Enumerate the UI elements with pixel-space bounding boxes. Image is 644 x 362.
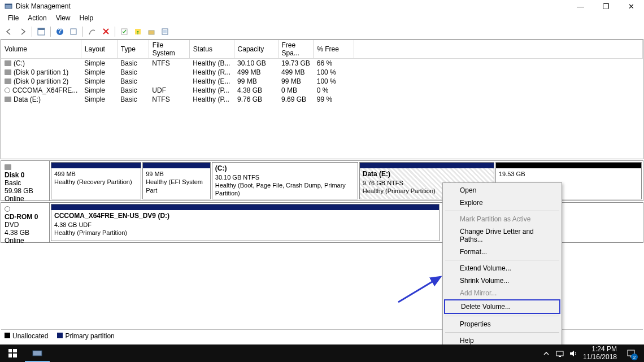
taskbar-app-diskmgmt[interactable]: [25, 344, 50, 362]
system-tray: 1:24 PM 11/16/2018 2: [542, 344, 644, 362]
toolbar-icon-2[interactable]: [68, 26, 79, 37]
notification-badge: 2: [631, 354, 638, 360]
window-title: Disk Management: [16, 2, 71, 10]
svg-rect-3: [38, 28, 45, 30]
context-menu-item: Mark Partition as Active: [444, 213, 560, 225]
col-capacity[interactable]: Capacity: [234, 40, 278, 59]
partition-block[interactable]: CCCOMA_X64FRE_EN-US_DV9 (D:)4.38 GB UDFH…: [51, 204, 440, 241]
disk-0-label: Disk 0 Basic 59.98 GB Online: [1, 161, 50, 200]
col-filesystem[interactable]: File System: [149, 40, 189, 59]
toolbar-icon-5[interactable]: [132, 26, 143, 37]
menubar: File Action View Help: [0, 12, 644, 24]
delete-icon[interactable]: [100, 26, 111, 37]
svg-line-12: [398, 277, 441, 302]
context-menu-item[interactable]: Properties: [444, 318, 560, 330]
col-volume[interactable]: Volume: [1, 40, 81, 59]
disk-icon: [5, 164, 11, 170]
toolbar-icon-3[interactable]: [86, 26, 98, 37]
toolbar-icon-1[interactable]: [36, 26, 47, 37]
table-row[interactable]: (C:)SimpleBasicNTFSHealthy (B...30.10 GB…: [1, 59, 643, 68]
annotation-arrow: [395, 271, 446, 305]
app-icon: [5, 2, 12, 10]
start-button[interactable]: [0, 344, 25, 362]
context-menu-item: Add Mirror...: [444, 287, 560, 299]
col-layout[interactable]: Layout: [81, 40, 117, 59]
partition-block[interactable]: 99 MBHealthy (EFI System Part: [142, 162, 211, 199]
svg-rect-14: [13, 349, 17, 352]
svg-rect-15: [8, 354, 12, 357]
svg-rect-6: [71, 29, 76, 34]
tray-chevron-icon[interactable]: [542, 350, 550, 357]
titlebar: Disk Management: [0, 0, 644, 12]
col-free[interactable]: Free Spa...: [278, 40, 314, 59]
forward-button[interactable]: [17, 26, 28, 37]
svg-rect-13: [8, 349, 12, 352]
svg-rect-16: [13, 354, 17, 357]
menu-view[interactable]: View: [51, 13, 75, 23]
minimize-button[interactable]: —: [568, 0, 593, 12]
tray-date: 11/16/2018: [583, 354, 617, 361]
maximize-button[interactable]: ❐: [593, 0, 619, 12]
back-button[interactable]: [3, 26, 15, 37]
column-header-row[interactable]: Volume Layout Type File System Status Ca…: [1, 40, 643, 59]
cd-icon: [5, 206, 10, 212]
context-menu-item[interactable]: Open: [444, 184, 560, 197]
tray-clock[interactable]: 1:24 PM 11/16/2018: [583, 346, 617, 360]
tray-time: 1:24 PM: [583, 346, 617, 353]
taskbar: 1:24 PM 11/16/2018 2: [0, 344, 644, 362]
context-menu-item[interactable]: Format...: [444, 246, 560, 258]
context-menu-item[interactable]: Extend Volume...: [444, 262, 560, 274]
cdrom-0-label: CD-ROM 0 DVD 4.38 GB Online: [1, 203, 50, 242]
notification-button[interactable]: 2: [623, 344, 639, 362]
col-pctfree[interactable]: % Free: [314, 40, 354, 59]
legend-swatch-primary: [57, 333, 63, 338]
svg-rect-1: [5, 4, 12, 5]
volume-list[interactable]: Volume Layout Type File System Status Ca…: [1, 40, 643, 159]
svg-text:?: ?: [58, 28, 62, 35]
partition-block[interactable]: 499 MBHealthy (Recovery Partition): [51, 162, 141, 199]
col-type[interactable]: Type: [117, 40, 149, 59]
context-menu-item[interactable]: Delete Volume...: [444, 299, 560, 314]
table-row[interactable]: CCCOMA_X64FRE...SimpleBasicUDFHealthy (P…: [1, 86, 643, 95]
legend-primary: Primary partition: [65, 332, 114, 340]
legend-unallocated: Unallocated: [12, 332, 48, 340]
tray-volume-icon[interactable]: [569, 350, 577, 357]
menu-action[interactable]: Action: [23, 13, 51, 23]
context-menu-item[interactable]: Change Drive Letter and Paths...: [444, 225, 560, 246]
toolbar-icon-7[interactable]: [159, 26, 171, 37]
col-status[interactable]: Status: [189, 40, 234, 59]
legend-swatch-unallocated: [5, 333, 10, 338]
table-row[interactable]: Data (E:)SimpleBasicNTFSHealthy (P...9.7…: [1, 95, 643, 104]
close-button[interactable]: ✕: [619, 0, 644, 12]
table-row[interactable]: (Disk 0 partition 1)SimpleBasicHealthy (…: [1, 68, 643, 77]
svg-rect-17: [33, 351, 42, 356]
svg-rect-11: [163, 30, 167, 33]
context-menu: OpenExploreMark Partition as ActiveChang…: [442, 182, 562, 348]
tray-network-icon[interactable]: [556, 350, 564, 357]
menu-file[interactable]: File: [3, 13, 23, 23]
toolbar-icon-4[interactable]: [119, 26, 130, 37]
help-icon[interactable]: ?: [54, 26, 66, 37]
svg-rect-18: [556, 351, 563, 356]
context-menu-item[interactable]: Shrink Volume...: [444, 274, 560, 287]
context-menu-item[interactable]: Explore: [444, 197, 560, 209]
window-controls: — ❐ ✕: [568, 0, 644, 12]
toolbar-icon-6[interactable]: [146, 26, 157, 37]
svg-rect-19: [559, 356, 561, 357]
svg-rect-9: [149, 30, 154, 34]
menu-help[interactable]: Help: [75, 13, 98, 23]
partition-block[interactable]: (C:)30.10 GB NTFSHealthy (Boot, Page Fil…: [212, 162, 358, 199]
table-row[interactable]: (Disk 0 partition 2)SimpleBasicHealthy (…: [1, 77, 643, 86]
toolbar: ?: [0, 24, 644, 40]
